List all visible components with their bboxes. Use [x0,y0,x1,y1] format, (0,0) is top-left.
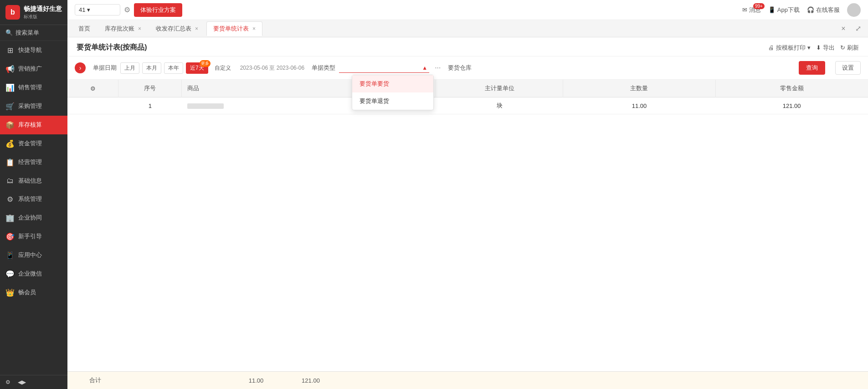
member-icon: 👑 [5,288,15,297]
tabs-bar: 首页 库存批次账 × 收发存汇总表 × 要货单统计表 × × ⤢ [67,20,868,37]
sidebar-item-enterprise[interactable]: 🏢 企业协同 [0,209,67,227]
tab-receive-summary-label: 收发存汇总表 [156,25,191,33]
sidebar-item-member[interactable]: 👑 畅会员 [0,283,67,302]
tab-order-summary-label: 要货单统计表 [213,25,249,33]
messages-badge: 99+ [753,3,765,9]
search-icon: 🔍 [5,29,13,36]
sidebar-item-guide[interactable]: 🎯 新手引导 [0,227,67,246]
sales-icon: 📊 [5,83,15,92]
sidebar-logo: b 畅捷通好生意 标准版 [0,0,67,25]
sidebar-item-system[interactable]: ⚙ 系统管理 [0,190,67,209]
app-edition: 标准版 [24,14,62,20]
print-btn[interactable]: 🖨 按模板打印 ▾ [768,44,811,52]
inventory-icon: 📦 [5,121,15,129]
messages-item[interactable]: ✉ 消息 99+ [742,6,761,14]
dropdown-item-order-return[interactable]: 要货单退货 [352,92,433,110]
finance-icon: 💰 [5,139,15,148]
print-icon: 🖨 [768,44,774,51]
tab-inventory-batch-close[interactable]: × [138,26,141,31]
marketing-icon: 📢 [5,65,15,73]
filter-date-group: 单据日期 上月 本月 本年 近7天 更多 自定义 2023-05-06 至 20… [93,62,304,74]
date-week-btn[interactable]: 近7天 更多 [186,62,208,74]
store-name: 41 [79,6,85,13]
topbar: 41 ▾ ⚙ 体验行业方案 ✉ 消息 99+ 📱 App下载 🎧 在线客服 [67,0,868,20]
col-header-settings[interactable]: ⚙ [67,80,118,97]
nav-label-sales: 销售管理 [18,83,42,92]
type-select-arrow-icon[interactable]: ▲ [422,65,427,71]
sidebar-item-sales[interactable]: 📊 销售管理 [0,78,67,97]
nav-label-enterprise: 企业协同 [18,214,42,222]
filter-bar: › 单据日期 上月 本月 本年 近7天 更多 自定义 2023-05-06 至 … [67,56,868,80]
search-label: 搜索菜单 [15,29,39,37]
sidebar-item-purchase[interactable]: 🛒 采购管理 [0,97,67,116]
app-download-item[interactable]: 📱 App下载 [768,6,800,14]
guide-icon: 🎯 [5,232,15,241]
settings-btn[interactable]: 设置 [835,61,861,75]
tab-home[interactable]: 首页 [72,22,97,36]
col-header-qty: 主数量 [563,80,716,97]
refresh-btn[interactable]: ↻ 刷新 [840,44,859,52]
sidebar-search[interactable]: 🔍 搜索菜单 [0,25,67,41]
footer-qty: 11.00 [229,377,283,384]
store-dropdown-icon: ▾ [87,6,90,13]
tab-inventory-batch[interactable]: 库存批次账 × [98,22,148,36]
topbar-gear-icon[interactable]: ⚙ [124,5,130,14]
type-dropdown: 要货单要货 要货单退货 [352,75,434,110]
app-logo-text: 畅捷通好生意 标准版 [24,5,62,20]
page-header: 要货单统计表(按商品) 🖨 按模板打印 ▾ ⬇ 导出 ↻ 刷新 [67,37,868,56]
date-year-btn[interactable]: 本年 [164,62,183,74]
sidebar-item-marketing[interactable]: 📢 营销推广 [0,60,67,78]
tabs-maximize-btn[interactable]: ⤢ [853,23,863,34]
tab-inventory-batch-label: 库存批次账 [105,25,134,33]
nav-label-basic-info: 基础信息 [18,177,42,185]
tab-order-summary-close[interactable]: × [252,26,256,31]
tabs-close-all-btn[interactable]: × [838,23,849,34]
topbar-right: ✉ 消息 99+ 📱 App下载 🎧 在线客服 [742,3,861,17]
sidebar-collapse-btn[interactable]: ◀▶ [18,379,26,385]
sidebar-item-wechat[interactable]: 💬 企业微信 [0,265,67,283]
type-select-input[interactable] [339,63,429,73]
appstore-icon: 📱 [5,251,15,260]
query-btn[interactable]: 查询 [799,61,825,75]
page-title: 要货单统计表(按商品) [77,43,147,52]
nav-label-guide: 新手引导 [18,232,42,241]
warehouse-filter-label: 要货仓库 [448,64,472,72]
date-filter-label: 单据日期 [93,64,117,72]
date-custom-btn[interactable]: 自定义 [211,63,235,73]
tab-receive-summary-close[interactable]: × [195,26,198,31]
nav-label-operations: 经营管理 [18,158,42,166]
tabs-right: × ⤢ [838,23,863,34]
sidebar-settings-btn[interactable]: ⚙ [5,379,10,385]
service-label: 在线客服 [816,6,840,14]
store-selector[interactable]: 41 ▾ [75,4,120,15]
tab-order-summary[interactable]: 要货单统计表 × [206,21,262,36]
table-footer: 合计 11.00 121.00 [67,371,868,389]
app-name: 畅捷通好生意 [24,5,62,14]
sidebar-item-finance[interactable]: 💰 资金管理 [0,134,67,153]
sidebar-item-inventory[interactable]: 📦 库存核算 [0,116,67,134]
sidebar-item-operations[interactable]: 📋 经营管理 [0,153,67,172]
date-prev-btn[interactable]: 上月 [120,62,139,74]
tab-receive-summary[interactable]: 收发存汇总表 × [149,22,205,36]
dropdown-item-order-require[interactable]: 要货单要货 [352,75,433,92]
nav-label-wechat: 企业微信 [18,270,42,278]
nav-label-marketing: 营销推广 [18,65,42,73]
sidebar-item-quick-nav[interactable]: ⊞ 快捷导航 [0,41,67,60]
col-header-num: 序号 [118,80,182,97]
service-item[interactable]: 🎧 在线客服 [807,6,840,14]
export-btn[interactable]: ⬇ 导出 [816,44,835,52]
footer-label: 合计 [89,376,101,384]
nav-label-appstore: 应用中心 [18,251,42,259]
filter-more-btn[interactable]: ··· [435,64,441,72]
tab-home-label: 首页 [78,25,90,33]
industry-btn[interactable]: 体验行业方案 [134,3,182,17]
user-avatar[interactable] [847,3,861,17]
export-label: 导出 [823,44,835,52]
date-range-display: 2023-05-06 至 2023-06-06 [240,64,304,72]
cell-amount: 121.00 [715,97,868,114]
filter-expand-btn[interactable]: › [75,62,86,73]
sidebar-item-appstore[interactable]: 📱 应用中心 [0,246,67,265]
date-curr-btn[interactable]: 本月 [142,62,161,74]
sidebar-item-basic-info[interactable]: 🗂 基础信息 [0,172,67,190]
purchase-icon: 🛒 [5,102,15,111]
